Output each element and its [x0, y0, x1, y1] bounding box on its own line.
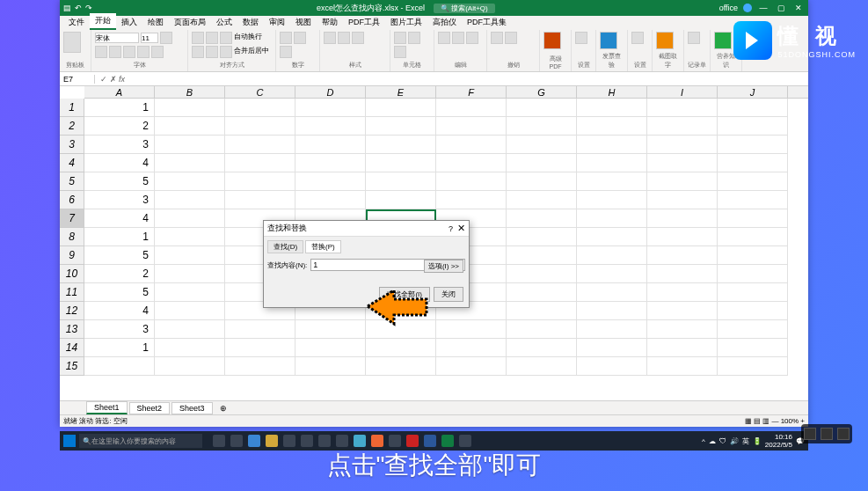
cell[interactable] — [577, 154, 647, 172]
cell[interactable]: 4 — [84, 154, 155, 172]
sort-icon[interactable] — [491, 32, 503, 44]
dialog-close-button[interactable]: ✕ — [457, 223, 465, 233]
cell[interactable] — [436, 191, 507, 209]
cell[interactable] — [436, 117, 507, 136]
minimize-button[interactable]: — — [757, 4, 770, 12]
align-center-icon[interactable] — [206, 46, 218, 58]
taskbar-search[interactable]: 🔍 在这里输入你要搜索的内容 — [79, 434, 202, 448]
number-format-icon[interactable] — [280, 32, 292, 44]
tab-help[interactable]: 帮助 — [317, 15, 343, 30]
row-header[interactable]: 12 — [60, 302, 84, 320]
cell[interactable] — [507, 320, 577, 339]
explorer-icon[interactable] — [266, 435, 278, 447]
tray-icon[interactable]: 🔋 — [753, 437, 762, 445]
row-header[interactable]: 4 — [60, 154, 84, 172]
cell[interactable] — [225, 99, 295, 117]
cell[interactable] — [155, 357, 225, 376]
cell[interactable] — [718, 339, 788, 357]
col-header[interactable]: D — [295, 86, 366, 98]
cell[interactable] — [718, 154, 788, 172]
search-box[interactable]: 🔍 搜索(Alt+Q) — [434, 4, 495, 13]
app-icon[interactable] — [389, 435, 401, 447]
row-header[interactable]: 13 — [60, 320, 84, 339]
cell[interactable]: 5 — [84, 246, 155, 265]
cell[interactable] — [436, 99, 507, 117]
cell[interactable] — [577, 283, 647, 302]
tab-replace[interactable]: 替换(P) — [305, 240, 341, 253]
tab-pdfset[interactable]: PDF工具集 — [462, 15, 512, 30]
cell[interactable] — [507, 228, 577, 246]
row-header[interactable]: 7 — [60, 209, 84, 228]
cell[interactable] — [647, 191, 718, 209]
italic-icon[interactable] — [95, 46, 107, 58]
cell[interactable] — [647, 172, 718, 191]
cell[interactable] — [718, 357, 788, 376]
tab-scanner[interactable]: 高拍仪 — [427, 15, 462, 30]
cell[interactable] — [507, 283, 577, 302]
row-header[interactable]: 15 — [60, 357, 84, 376]
format-cell-icon[interactable] — [394, 46, 406, 58]
cell[interactable] — [647, 154, 718, 172]
cell[interactable] — [647, 302, 718, 320]
cell[interactable] — [577, 320, 647, 339]
settings-icon[interactable] — [575, 32, 587, 44]
find-all-button[interactable]: 查找全部(I) — [379, 287, 430, 302]
cell[interactable] — [295, 357, 366, 376]
tray-icon[interactable]: 🛡 — [719, 437, 726, 445]
fill-down-icon[interactable] — [452, 32, 464, 44]
cell[interactable] — [577, 136, 647, 154]
tab-find[interactable]: 查找(D) — [267, 240, 303, 253]
paste-icon[interactable] — [63, 32, 81, 53]
cell[interactable] — [366, 191, 436, 209]
row-header[interactable]: 10 — [60, 265, 84, 283]
bold-icon[interactable] — [160, 32, 172, 44]
cell[interactable] — [718, 265, 788, 283]
underline-icon[interactable] — [109, 46, 121, 58]
app-icon[interactable] — [301, 435, 313, 447]
cell[interactable] — [507, 136, 577, 154]
row-header[interactable]: 1 — [60, 99, 84, 117]
font-size[interactable] — [141, 33, 158, 43]
cell[interactable] — [647, 99, 718, 117]
cell[interactable] — [718, 191, 788, 209]
zoom-controls[interactable]: ▦ ▤ ▥ — 100% + — [745, 417, 805, 425]
app-icon[interactable] — [354, 435, 366, 447]
cell[interactable] — [366, 339, 436, 357]
tab-file[interactable]: 文件 — [63, 15, 90, 30]
screenshot-icon[interactable] — [656, 32, 674, 49]
cell[interactable] — [577, 228, 647, 246]
cell[interactable] — [647, 209, 718, 228]
taskbar-clock[interactable]: 10:16 2022/5/5 — [765, 433, 792, 449]
name-box[interactable]: E7 — [60, 75, 95, 84]
cell[interactable] — [507, 209, 577, 228]
cell[interactable] — [295, 172, 366, 191]
align-top-icon[interactable] — [192, 32, 204, 44]
cell[interactable] — [577, 191, 647, 209]
row-header[interactable]: 9 — [60, 246, 84, 265]
cell[interactable] — [155, 136, 225, 154]
cell[interactable] — [366, 172, 436, 191]
comma-icon[interactable] — [280, 46, 292, 58]
cell[interactable] — [366, 99, 436, 117]
cell[interactable]: 2 — [84, 117, 155, 136]
undo-icon[interactable]: ↶ — [75, 4, 82, 12]
settings2-icon[interactable] — [631, 32, 644, 44]
cell[interactable] — [155, 209, 225, 228]
cell[interactable]: 4 — [84, 302, 155, 320]
record-icon[interactable] — [688, 32, 700, 44]
cell[interactable] — [155, 172, 225, 191]
cell[interactable] — [577, 117, 647, 136]
col-header[interactable]: E — [366, 86, 436, 98]
excel-icon[interactable] — [441, 435, 454, 447]
merge-center[interactable]: 合并后居中 — [234, 46, 269, 58]
cell[interactable] — [507, 302, 577, 320]
app-icon[interactable] — [459, 435, 471, 447]
row-header[interactable]: 6 — [60, 191, 84, 209]
cell[interactable] — [718, 99, 788, 117]
delete-cell-icon[interactable] — [408, 32, 420, 44]
nutrition-icon[interactable] — [714, 32, 732, 49]
cell[interactable] — [225, 339, 295, 357]
cell[interactable] — [295, 99, 366, 117]
insert-cell-icon[interactable] — [394, 32, 406, 44]
pdf-icon[interactable] — [543, 32, 561, 49]
